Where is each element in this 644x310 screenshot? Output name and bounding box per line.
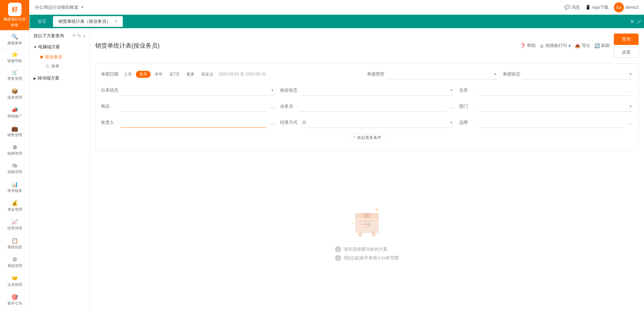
department-select[interactable]: ▾ (479, 101, 633, 112)
sidebar-item-inventory[interactable]: 📊 库存核算 (0, 178, 29, 197)
salesperson-dots[interactable]: … (448, 103, 454, 109)
download-icon: 📱 (585, 5, 591, 10)
ecommerce-label: 电商管理 (7, 151, 22, 156)
scheme-item-salesperson[interactable]: 按业务员 (34, 52, 86, 62)
tab-controls: ✕ ⤢ (630, 18, 641, 25)
goods-input[interactable] (120, 101, 267, 112)
empty-tip-2: 2 用[过滤]条件来缩小分析范围 (335, 255, 398, 261)
tab-sales-stats[interactable]: 销货单统计表（按业务员） ✕ (53, 16, 123, 27)
svg-point-9 (364, 223, 366, 225)
salesperson-input[interactable] (300, 101, 446, 112)
export-btn[interactable]: 📤 导出 (575, 43, 590, 49)
brand-input[interactable] (479, 117, 625, 128)
edit-scheme-btn[interactable]: ✎ (77, 33, 82, 39)
collapse-panel-btn[interactable]: « (83, 33, 86, 39)
sidebar-item-marketing[interactable]: 📣 营销推广 (0, 103, 29, 122)
settings-button[interactable]: 设置 (614, 47, 639, 58)
tab-sales-stats-label: 销货单统计表（按业务员） (58, 18, 111, 24)
date-tab-custom[interactable]: 自定义 (199, 71, 216, 78)
date-tab-more[interactable]: 更多 (184, 71, 197, 78)
query-button[interactable]: 查询 (614, 34, 639, 45)
sidebar-search[interactable]: 🔍 搜索菜单 (0, 30, 29, 49)
help-btn[interactable]: ❓ 帮助 (520, 43, 536, 49)
avatar: Ea (614, 2, 624, 12)
recipient-input[interactable] (120, 117, 267, 128)
tab-close-icon[interactable]: ✕ (114, 19, 117, 24)
filter-receipt-status: 收款状态 ▾ (280, 85, 454, 96)
out-status-select[interactable]: ▾ (121, 85, 275, 96)
scheme-group-desktop-header[interactable]: ▼ 电脑端方案 (34, 42, 86, 52)
date-tab-this-year[interactable]: 本年 (152, 71, 165, 78)
doc-status-arrow: ▾ (630, 72, 632, 76)
recipient-dots[interactable]: … (269, 119, 275, 125)
tab-bar: 首页 销货单统计表（按业务员） ✕ ✕ ⤢ (30, 15, 644, 28)
user-area[interactable]: Ea demo2 (614, 2, 639, 12)
basic-label: 基础信息 (7, 245, 22, 250)
empty-tip-1: 1 请先选择要分析的方案 (335, 246, 398, 252)
right-panel: 销货单统计表(按业务员) ❓ 帮助 🖨 按模板打印 ▾ 📤 导出 (90, 28, 644, 310)
print-icon: 🖨 (540, 43, 544, 48)
messages-btn[interactable]: 💬 消息 (565, 4, 580, 10)
add-scheme-btn[interactable]: + (72, 32, 76, 39)
sidebar-quick-nav[interactable]: ⭐ 快捷导航 (0, 49, 29, 66)
dropdown-arrow[interactable]: ▾ (81, 5, 84, 10)
sidebar-item-retail[interactable]: 🛒 零售管理 (0, 66, 29, 85)
template-print-btn[interactable]: 🖨 按模板打印 ▾ (540, 43, 571, 49)
sidebar-item-system[interactable]: ⚙ 系统管理 (0, 253, 29, 272)
svg-rect-8 (372, 231, 375, 237)
collapse-arrow-icon: ⌃ (353, 136, 356, 140)
sidebar-item-finance[interactable]: 💰 资金管理 (0, 197, 29, 215)
logo-subtitle: 标版 (11, 22, 18, 28)
collapse-filters-btn[interactable]: ⌃ 收起更多条件 (347, 133, 387, 142)
payment-method-label: 结算方式 (280, 119, 298, 125)
header-right: 💬 消息 📱 App下载 Ea demo2 (565, 2, 639, 12)
sidebar-item-wholesale[interactable]: 📦 批发管理 (0, 85, 29, 103)
payment-method-clear-icon[interactable]: × (302, 120, 307, 125)
warehouse-arrow: … (628, 88, 632, 93)
doc-type-select[interactable]: ▾ (387, 69, 497, 80)
system-label: 系统管理 (7, 263, 22, 268)
sidebar-item-purchase[interactable]: 🛍 采购管理 (0, 159, 29, 178)
app-download-btn[interactable]: 📱 App下载 (585, 4, 608, 10)
newbie-label: 新手引导 (7, 301, 22, 306)
filter-date: 单据日期 上月 本月 本年 近7天 更多 自定义 2023-03-01 至 20… (101, 71, 362, 78)
sidebar-item-enterprise[interactable]: 🤝 企业协同 (0, 272, 29, 291)
sidebar-item-newbie[interactable]: 🎯 新手引导 (0, 291, 29, 309)
scheme-subitem-order[interactable]: ☰ 按单 (34, 62, 86, 70)
retail-icon: 🛒 (11, 69, 18, 75)
warehouse-select[interactable]: … (479, 85, 633, 96)
filter-doc-type: 单据类型 ▾ (367, 69, 497, 80)
enterprise-label: 企业协同 (7, 282, 22, 287)
sidebar-item-sales[interactable]: 💼 销售管理 (0, 122, 29, 141)
sidebar-item-basic[interactable]: 📋 基础信息 (0, 234, 29, 253)
basic-icon: 📋 (11, 238, 18, 244)
maximize-icon[interactable]: ⤢ (637, 18, 641, 25)
tab-home[interactable]: 首页 (32, 16, 52, 27)
close-window-icon[interactable]: ✕ (630, 18, 634, 25)
top-header: 办公用品行业模拟账套 ▾ 💬 消息 📱 App下载 Ea demo2 (30, 0, 644, 15)
date-tab-last7[interactable]: 近7天 (167, 71, 182, 78)
scheme-group-mobile-header[interactable]: ▶ 移动端方案 (34, 73, 86, 83)
active-dot-icon (40, 56, 43, 58)
svg-point-6 (353, 222, 355, 224)
enterprise-icon: 🤝 (11, 275, 18, 281)
user-name: demo2 (625, 5, 639, 10)
goods-dots[interactable]: … (269, 103, 275, 109)
sidebar-item-ecommerce[interactable]: 🖥 电商管理 (0, 141, 29, 159)
left-panel: 按以下方案查询 + ✎ « ▼ 电脑端方案 按业务员 ☰ 按单 (30, 28, 90, 310)
receipt-status-select[interactable]: ▾ (300, 85, 454, 96)
refresh-btn[interactable]: 🔄 刷新 (594, 43, 610, 49)
breadcrumb-area: 办公用品行业模拟账套 ▾ (35, 4, 84, 10)
brand-dots[interactable]: … (628, 119, 633, 125)
doc-status-select[interactable]: ▾ (523, 69, 633, 80)
payment-method-select[interactable]: × ▾ (300, 117, 454, 128)
date-tab-last-month[interactable]: 上月 (121, 71, 135, 78)
sidebar-item-operation[interactable]: 📈 经营管理 (0, 215, 29, 234)
filter-goods: 商品 … (101, 101, 275, 112)
sidebar: 好 畅捷通好生意 标版 🔍 搜索菜单 ⭐ 快捷导航 🛒 零售管理 📦 批发管理 … (0, 0, 30, 310)
department-label: 部门 (459, 103, 476, 109)
template-print-label: 按模板打印 (545, 43, 567, 49)
system-icon: ⚙ (12, 256, 17, 263)
date-tab-this-month[interactable]: 本月 (136, 71, 151, 78)
app-download-label: App下载 (592, 4, 608, 10)
